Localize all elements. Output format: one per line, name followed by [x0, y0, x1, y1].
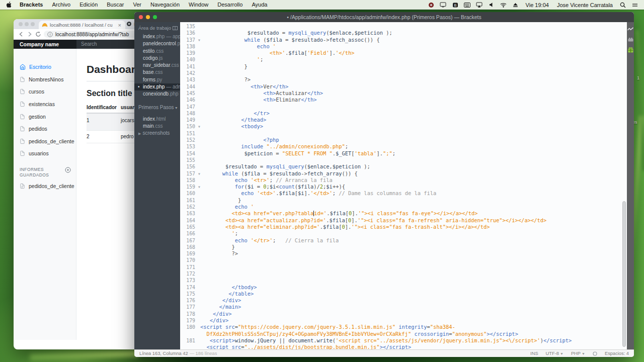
code-line[interactable]: 170 [180, 257, 627, 263]
status-php[interactable]: PHP▼ [571, 351, 585, 356]
menu-bar-clock[interactable]: Vie 19:04 [522, 2, 553, 8]
code-line[interactable]: 144 <th>Ver</th> [180, 83, 627, 90]
screen-recorder-icon[interactable] [425, 2, 437, 8]
code-line[interactable]: 155 [180, 157, 627, 163]
reload-icon[interactable] [34, 31, 42, 37]
working-file-forms[interactable]: forms.py [134, 76, 180, 83]
forward-icon[interactable] [25, 31, 34, 37]
code-line[interactable]: 142 [180, 70, 627, 76]
zoom-window-button[interactable] [153, 15, 157, 19]
menu-buscar[interactable]: Buscar [102, 0, 128, 10]
code-line[interactable]: 137▼ while ($fila = $resultado->fetch_as… [180, 37, 627, 43]
code-line[interactable]: 173 [180, 277, 627, 284]
code-line[interactable]: 136 $resultado = mysqli_query($enlace,$p… [180, 30, 627, 36]
code-line[interactable]: 176 </div> [180, 297, 627, 304]
volume-icon[interactable] [486, 2, 498, 8]
menu-bar-user[interactable]: Jose Vicente Carratala [553, 2, 617, 8]
close-window-button[interactable] [139, 15, 143, 19]
code-line[interactable]: 143 ?> [180, 76, 627, 83]
sidebar-item-pedidos_de_cliente[interactable]: pedidos_de_cliente [14, 135, 76, 148]
menu-ver[interactable]: Ver [129, 0, 146, 10]
code-line[interactable]: DfXdz2htPH0lsSSs5nCTpuj/zy4C+OGpamoFVy38… [180, 331, 627, 337]
address-bar[interactable]: localhost:8888/app/adminfw/?tab [44, 31, 141, 38]
status-ins[interactable]: INS [530, 351, 538, 356]
sidebar-item-usuarios[interactable]: usuarios [14, 147, 76, 160]
browser-tab-active[interactable]: localhost:8888 / localhost / cu × [39, 21, 125, 29]
code-line[interactable]: 171 [180, 264, 627, 270]
code-line[interactable]: 175 </table> [180, 291, 627, 297]
menu-archivo[interactable]: Archivo [47, 0, 75, 10]
fold-arrow-icon[interactable]: ▼ [198, 184, 200, 191]
saved-report-pedidos_de_cliente[interactable]: pedidos_de_cliente [14, 180, 76, 193]
minimize-window-button[interactable] [146, 15, 150, 19]
code-line[interactable]: 141 } [180, 63, 627, 70]
working-file-conexiondb[interactable]: conexiondb.php [134, 90, 180, 98]
code-line[interactable]: 162 echo ' [180, 204, 627, 210]
display-icon[interactable] [437, 2, 449, 8]
zoom-window-button[interactable] [31, 22, 35, 26]
tree-item-index[interactable]: index.html [134, 116, 180, 123]
extension-update-gift-icon[interactable] [628, 47, 633, 53]
code-line[interactable]: 165 <td><a href="eliminar.php?id='.$fila… [180, 224, 627, 230]
menu-window[interactable]: Window [184, 0, 213, 10]
working-file-estilo[interactable]: estilo.css [134, 48, 180, 55]
code-line[interactable]: 156 $resultado = mysqli_query($enlace,$p… [180, 163, 627, 170]
close-tab-icon[interactable]: × [117, 22, 122, 28]
code-line[interactable]: 164 <td><a href="actualizar.php?id='.$fi… [180, 217, 627, 224]
wifi-icon[interactable] [498, 3, 510, 8]
code-line[interactable]: 151 [180, 130, 627, 137]
code-line[interactable]: 154 $peticion = "SELECT * FROM ".$_GET['… [180, 150, 627, 157]
tree-item-screenshots[interactable]: ▶screenshots [134, 130, 180, 137]
extension-manager-icon[interactable] [628, 37, 633, 42]
working-file-index[interactable]: index.php — app [134, 33, 180, 40]
code-line[interactable]: <script src="../assets/dist/js/bootstrap… [180, 344, 627, 349]
keyboard-icon[interactable] [461, 3, 473, 8]
code-line[interactable]: 159▼ for($i = 0;$i<count($fila)/2;$i++){ [180, 184, 627, 190]
code-line[interactable]: 153 include "../admin/conexiondb.php"; [180, 143, 627, 150]
search-input[interactable]: Search [76, 40, 141, 49]
code-line[interactable]: 135 [180, 23, 627, 30]
code-line[interactable]: 180<script src="https://code.jquery.com/… [180, 324, 627, 330]
live-preview-icon[interactable] [627, 27, 633, 32]
code-line[interactable]: 149 </thead> [180, 117, 627, 123]
spotlight-search-icon[interactable] [617, 2, 629, 8]
minimize-window-button[interactable] [25, 22, 29, 26]
code-line[interactable]: 177 </main> [180, 304, 627, 310]
code-line[interactable]: 147 [180, 104, 627, 110]
code-line[interactable]: 163 <td><a href="ver.php?tablaid='.$fila… [180, 210, 627, 217]
code-line[interactable]: 150▼ <tbody> [180, 123, 627, 130]
code-line[interactable]: 167 echo '</tr>'; // Cierra la fila [180, 237, 627, 244]
menu-edición[interactable]: Edición [75, 0, 102, 10]
sidebar-item-pedidos[interactable]: pedidos [14, 123, 76, 135]
close-window-button[interactable] [19, 22, 23, 26]
working-file-nav_sidebar[interactable]: nav_sidebar.css [134, 62, 180, 69]
code-line[interactable]: 158 echo '<tr>'; // Arranca la fila [180, 177, 627, 184]
code-line[interactable]: 172 [180, 270, 627, 277]
working-file-codigo[interactable]: codigo.js [134, 55, 180, 62]
airplay-icon[interactable] [473, 2, 486, 8]
code-line[interactable]: 174 </tbody> [180, 284, 627, 291]
code-line[interactable]: 157▼ while ($fila = $resultado->fetch_ar… [180, 170, 627, 177]
code-line[interactable]: 166 '; [180, 230, 627, 237]
code-line[interactable]: 138 echo ' [180, 43, 627, 50]
sidebar-item-existencias[interactable]: existencias [14, 98, 76, 111]
code-line[interactable]: 169 ?> [180, 250, 627, 257]
status-utf-8[interactable]: UTF-8▼ [546, 351, 564, 356]
code-line[interactable]: 179 </div> [180, 317, 627, 324]
lint-circle-icon[interactable] [593, 351, 597, 356]
menu-ayuda[interactable]: Ayuda [247, 0, 272, 10]
working-file-index.php[interactable]: •index.php — adminf [134, 83, 180, 90]
code-line[interactable]: 181 <script>window.jQuery || document.wr… [180, 337, 627, 344]
navbar-brand[interactable]: Company name [14, 40, 76, 49]
code-line[interactable]: 160 echo '<td>'.$fila[$i].'</td>'; // Da… [180, 190, 627, 197]
code-editor[interactable]: 135136 $resultado = mysqli_query($enlace… [180, 22, 627, 349]
code-line[interactable]: 148 </tr> [180, 110, 627, 117]
code-line[interactable]: 152 <?php [180, 137, 627, 143]
sidebar-item-nombresninos[interactable]: NombresNinos [14, 73, 76, 86]
working-file-base[interactable]: base.css [134, 69, 180, 76]
fold-arrow-icon[interactable]: ▼ [198, 37, 200, 44]
status-espacios-4[interactable]: Espacios: 4 [605, 351, 629, 356]
code-line[interactable]: 161 } [180, 197, 627, 204]
fold-arrow-icon[interactable]: ▼ [198, 171, 200, 177]
code-line[interactable]: 168 } [180, 244, 627, 250]
